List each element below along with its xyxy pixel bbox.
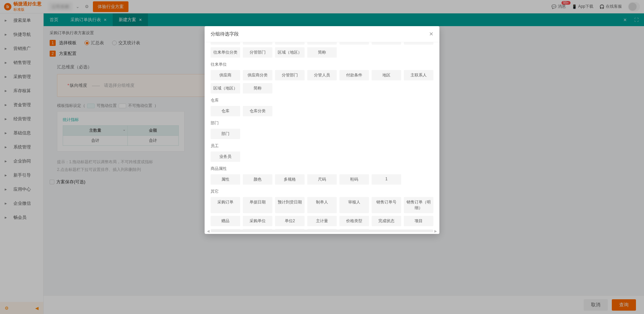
close-icon[interactable]: ✕ (429, 31, 433, 37)
chips-row: 业务员 (211, 151, 433, 162)
field-chip[interactable]: 简称 (307, 47, 337, 58)
field-chip[interactable]: 主联系人 (307, 42, 337, 45)
field-chip[interactable]: 销售订单（明细） (404, 197, 433, 213)
field-chip[interactable]: 付款条件 (339, 70, 369, 80)
chips-row: 部门 (211, 129, 433, 139)
field-chip[interactable]: 分管部门 (275, 70, 305, 80)
field-chip[interactable]: 往来单位分类 (211, 47, 240, 58)
chips-row: 仓库仓库分类 (211, 106, 433, 116)
field-chip[interactable]: 单位2 (275, 216, 305, 226)
modal-title: 分组待选字段 (211, 31, 239, 37)
field-chip[interactable]: 制单人 (307, 197, 337, 213)
field-group: 仓库仓库仓库分类 (211, 98, 433, 116)
chips-row: 供应商供应商分类分管部门分管人员付款条件地区主联系人区域（地区）简称 (211, 70, 433, 93)
field-chip[interactable]: 颜色 (243, 174, 272, 185)
field-chip[interactable]: 属性 (211, 174, 240, 185)
scroll-track[interactable] (211, 230, 433, 232)
field-chip[interactable]: 分管人员 (404, 42, 433, 45)
field-chip[interactable]: 简称 (243, 83, 272, 93)
group-title: 员工 (211, 143, 433, 149)
group-title: 部门 (211, 120, 433, 126)
chips-row: 属性颜色多规格尺码鞋码1 (211, 174, 433, 185)
field-chip[interactable]: 供应商分类 (243, 70, 272, 80)
field-chip[interactable]: 鞋码 (339, 174, 369, 185)
group-field-modal: 分组待选字段 ✕ 拣货积分税收分类编码仓库分类主联系人结算单位收付款条件分管人员… (205, 26, 439, 234)
modal-header: 分组待选字段 ✕ (205, 26, 439, 42)
field-chip[interactable]: 分管部门 (243, 47, 272, 58)
group-title: 往来单位 (211, 62, 433, 67)
field-chip[interactable]: 区域（地区） (275, 47, 305, 58)
field-chip[interactable]: 结算单位 (339, 42, 369, 45)
field-chip[interactable]: 地区 (372, 70, 401, 80)
field-chip[interactable]: 区域（地区） (211, 83, 240, 93)
field-chip[interactable]: 销售订单号 (372, 197, 401, 213)
field-chip[interactable]: 多规格 (275, 174, 305, 185)
field-chip[interactable]: 价格类型 (339, 216, 369, 226)
field-chip[interactable]: 供应商 (211, 70, 240, 80)
field-group: 部门部门 (211, 120, 433, 139)
chips-row: 拣货积分税收分类编码仓库分类主联系人结算单位收付款条件分管人员往来单位分类分管部… (211, 42, 433, 58)
field-chip[interactable]: 仓库分类 (243, 106, 272, 116)
field-chip[interactable]: 尺码 (307, 174, 337, 185)
field-chip[interactable]: 预计到货日期 (275, 197, 305, 213)
field-group: 往来单位供应商供应商分类分管部门分管人员付款条件地区主联系人区域（地区）简称 (211, 62, 433, 93)
field-chip[interactable]: 税收分类编码 (243, 42, 272, 45)
field-chip[interactable]: 仓库分类 (275, 42, 305, 45)
field-group: 员工业务员 (211, 143, 433, 162)
group-title: 仓库 (211, 98, 433, 103)
field-chip[interactable]: 审核人 (339, 197, 369, 213)
field-chip[interactable]: 分管人员 (307, 70, 337, 80)
field-chip[interactable]: 部门 (211, 129, 240, 139)
scroll-left-icon[interactable]: ◀ (207, 229, 210, 233)
field-chip[interactable]: 赠品 (211, 216, 240, 226)
field-group: 其它采购订单单据日期预计到货日期制单人审核人销售订单号销售订单（明细）赠品采购单… (211, 189, 433, 230)
field-chip[interactable]: 收付款条件 (372, 42, 401, 45)
field-group: 商品属性属性颜色多规格尺码鞋码1 (211, 166, 433, 185)
modal-horizontal-scrollbar[interactable]: ◀ ▶ (205, 230, 439, 234)
modal-body: 拣货积分税收分类编码仓库分类主联系人结算单位收付款条件分管人员往来单位分类分管部… (205, 42, 439, 230)
field-chip[interactable]: 主联系人 (404, 70, 433, 80)
field-chip[interactable]: 仓库 (211, 106, 240, 116)
field-chip[interactable]: 1 (372, 174, 401, 185)
field-chip[interactable]: 单据日期 (243, 197, 272, 213)
field-chip[interactable]: 业务员 (211, 151, 240, 162)
group-title: 其它 (211, 189, 433, 194)
chips-row: 采购订单单据日期预计到货日期制单人审核人销售订单号销售订单（明细）赠品采购单位单… (211, 197, 433, 230)
field-chip[interactable]: 拣货积分 (211, 42, 240, 45)
scroll-right-icon[interactable]: ▶ (434, 229, 437, 233)
field-chip[interactable]: 完成状态 (372, 216, 401, 226)
field-chip[interactable]: 采购订单 (211, 197, 240, 213)
field-chip[interactable]: 采购单位 (243, 216, 272, 226)
group-title: 商品属性 (211, 166, 433, 172)
field-group: 拣货积分税收分类编码仓库分类主联系人结算单位收付款条件分管人员往来单位分类分管部… (211, 42, 433, 58)
field-chip[interactable]: 项目 (404, 216, 433, 226)
field-chip[interactable]: 主计量 (307, 216, 337, 226)
